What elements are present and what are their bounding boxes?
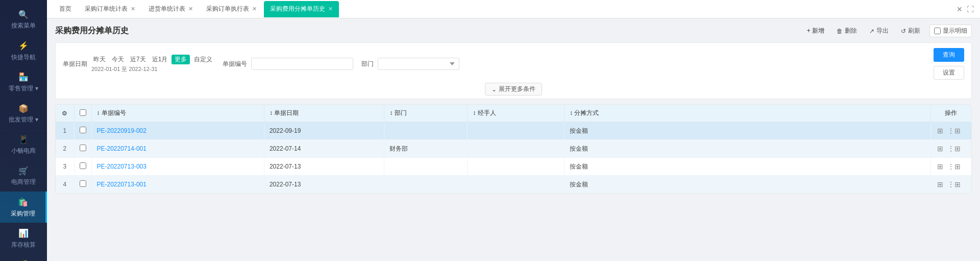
view-icon[interactable]: ⊞ bbox=[936, 179, 944, 189]
cell-doc-date: 2022-09-19 bbox=[264, 122, 384, 140]
sidebar-item-wholesale[interactable]: 📦 批发管理 ▾ bbox=[0, 98, 47, 129]
ecom-icon: 🛒 bbox=[2, 165, 45, 177]
cell-doc-num: PE-20220714-001 bbox=[91, 140, 264, 158]
cell-dept bbox=[384, 122, 468, 140]
cell-check bbox=[74, 140, 91, 158]
cell-doc-num: PE-20220713-001 bbox=[91, 176, 264, 194]
toolbar: + 新增 🗑 删除 ↗ 导出 ↺ 刷新 显示明细 bbox=[804, 25, 972, 37]
more-ops-icon[interactable]: ⋮⊞ bbox=[946, 144, 962, 154]
tab-bar: 首页 采购订单统计表 ✕ 进货单统计表 ✕ 采购订单执行表 ✕ 采购费用分摊单历… bbox=[47, 0, 980, 18]
table-header-row: ⚙ ↕ 单据编号 ↕ 单据日期 ↕ bbox=[56, 105, 971, 122]
cell-dept bbox=[384, 158, 468, 176]
maximize-icon[interactable]: ⛶ bbox=[967, 5, 974, 13]
doc-num-link[interactable]: PE-20220714-001 bbox=[97, 145, 146, 152]
tab-home[interactable]: 首页 bbox=[53, 1, 78, 17]
dept-field: 部门 财务部 bbox=[361, 58, 459, 70]
view-icon[interactable]: ⊞ bbox=[936, 161, 944, 172]
cell-num: 4 bbox=[56, 176, 74, 194]
select-all-checkbox[interactable] bbox=[80, 109, 86, 116]
sidebar-item-retail[interactable]: 🏪 零售管理 ▾ bbox=[0, 66, 47, 98]
cell-check bbox=[74, 158, 91, 176]
tab-purchase-order-exec[interactable]: 采购订单执行表 ✕ bbox=[200, 1, 263, 17]
cell-split-method: 按金额 bbox=[564, 158, 930, 176]
th-doc-date[interactable]: ↕ 单据日期 bbox=[264, 105, 384, 122]
inventory-icon: 📊 bbox=[2, 228, 45, 239]
cell-doc-num: PE-20220919-002 bbox=[91, 122, 264, 140]
close-tab-inbound-stat[interactable]: ✕ bbox=[188, 6, 193, 12]
show-cols-checkbox[interactable] bbox=[934, 28, 941, 34]
show-cols-button[interactable]: 显示明细 bbox=[929, 25, 972, 37]
expand-more-btn[interactable]: ⌄ 展开更多条件 bbox=[485, 83, 542, 96]
th-dept[interactable]: ↕ 部门 bbox=[384, 105, 468, 122]
date-field: 单据日期 昨天 今天 近7天 近1月 更多 自定义 2022-01-01 至 2… bbox=[63, 55, 214, 73]
expand-row: ⌄ 展开更多条件 bbox=[63, 83, 964, 96]
th-split-method[interactable]: ↕ 分摊方式 bbox=[564, 105, 930, 122]
close-tab-purchase-order-exec[interactable]: ✕ bbox=[252, 6, 257, 12]
date-shortcuts-group: 昨天 今天 近7天 近1月 更多 自定义 2022-01-01 至 2022-1… bbox=[91, 55, 214, 73]
date-btn-today[interactable]: 今天 bbox=[110, 55, 126, 64]
doc-num-link[interactable]: PE-20220713-003 bbox=[97, 163, 146, 170]
th-doc-num[interactable]: ↕ 单据编号 bbox=[91, 105, 264, 122]
search-settings-button[interactable]: 设置 bbox=[934, 66, 964, 80]
more-ops-icon[interactable]: ⋮⊞ bbox=[946, 179, 962, 189]
cell-handler bbox=[468, 176, 565, 194]
search-icon: 🔍 bbox=[2, 9, 45, 20]
query-btn-group: 查询 设置 bbox=[934, 48, 964, 80]
sidebar-item-ecom[interactable]: 🛒 电商管理 bbox=[0, 160, 47, 192]
row-checkbox[interactable] bbox=[80, 180, 86, 187]
doc-num-link[interactable]: PE-20220919-002 bbox=[97, 127, 146, 134]
dept-select[interactable]: 财务部 bbox=[378, 58, 459, 70]
tab-purchase-cost-split[interactable]: 采购费用分摊单历史 ✕ bbox=[264, 1, 339, 17]
tab-purchase-order-stat[interactable]: 采购订单统计表 ✕ bbox=[79, 1, 141, 17]
more-ops-icon[interactable]: ⋮⊞ bbox=[946, 161, 962, 172]
search-bar: 单据日期 昨天 今天 近7天 近1月 更多 自定义 2022-01-01 至 2… bbox=[55, 42, 972, 99]
query-button[interactable]: 查询 bbox=[934, 48, 964, 62]
view-icon[interactable]: ⊞ bbox=[936, 144, 944, 154]
date-btn-yesterday[interactable]: 昨天 bbox=[91, 55, 108, 64]
sidebar-item-search[interactable]: 🔍 搜索菜单 bbox=[0, 4, 47, 35]
sidebar: 🔍 搜索菜单 ⚡ 快捷导航 🏪 零售管理 ▾ 📦 批发管理 ▾ 📱 小畅电商 🛒… bbox=[0, 0, 47, 261]
th-ops: 操作 bbox=[930, 105, 971, 122]
sidebar-item-inventory[interactable]: 📊 库存核算 bbox=[0, 223, 47, 254]
doc-num-input[interactable] bbox=[251, 58, 353, 70]
retail-icon: 🏪 bbox=[2, 72, 45, 83]
more-ops-icon[interactable]: ⋮⊞ bbox=[946, 126, 962, 136]
sidebar-item-nav[interactable]: ⚡ 快捷导航 bbox=[0, 35, 47, 66]
th-setting[interactable]: ⚙ bbox=[56, 105, 74, 122]
close-all-tabs-icon[interactable]: ✕ bbox=[957, 5, 963, 13]
sidebar-item-purchase[interactable]: 🛍️ 采购管理 bbox=[0, 192, 47, 223]
new-button[interactable]: + 新增 bbox=[804, 25, 827, 37]
table-body: 1 PE-20220919-002 2022-09-19 按金额 ⊞ ⋮⊞ 2 … bbox=[56, 122, 971, 194]
close-tab-purchase-order-stat[interactable]: ✕ bbox=[131, 6, 135, 12]
cell-ops: ⊞ ⋮⊞ bbox=[930, 122, 971, 140]
date-btn-custom[interactable]: 自定义 bbox=[192, 55, 214, 64]
th-handler[interactable]: ↕ 经手人 bbox=[468, 105, 565, 122]
cell-dept bbox=[384, 176, 468, 194]
expand-icon: ⌄ bbox=[492, 86, 497, 93]
cell-handler bbox=[468, 122, 565, 140]
date-btn-7days[interactable]: 近7天 bbox=[128, 55, 148, 64]
refresh-button[interactable]: ↺ 刷新 bbox=[898, 25, 923, 37]
cell-check bbox=[74, 176, 91, 194]
page-content: 采购费用分摊单历史 + 新增 🗑 删除 ↗ 导出 ↺ 刷新 显示明细 bbox=[47, 18, 980, 261]
cell-doc-date: 2022-07-13 bbox=[264, 176, 384, 194]
close-tab-purchase-cost-split[interactable]: ✕ bbox=[328, 6, 333, 12]
export-button[interactable]: ↗ 导出 bbox=[866, 25, 892, 37]
row-checkbox[interactable] bbox=[80, 145, 86, 151]
row-checkbox[interactable] bbox=[80, 162, 86, 169]
view-icon[interactable]: ⊞ bbox=[936, 126, 944, 136]
cell-ops: ⊞ ⋮⊞ bbox=[930, 176, 971, 194]
data-table: ⚙ ↕ 单据编号 ↕ 单据日期 ↕ bbox=[56, 105, 971, 194]
doc-num-link[interactable]: PE-20220713-001 bbox=[97, 181, 146, 188]
date-btn-1month[interactable]: 近1月 bbox=[150, 55, 170, 64]
main-area: 首页 采购订单统计表 ✕ 进货单统计表 ✕ 采购订单执行表 ✕ 采购费用分摊单历… bbox=[47, 0, 980, 261]
date-shortcut-row: 昨天 今天 近7天 近1月 更多 自定义 bbox=[91, 55, 214, 64]
sidebar-item-mini[interactable]: 📱 小畅电商 bbox=[0, 129, 47, 160]
table-row: 3 PE-20220713-003 2022-07-13 按金额 ⊞ ⋮⊞ bbox=[56, 158, 971, 176]
wholesale-icon: 📦 bbox=[2, 103, 45, 114]
tab-inbound-stat[interactable]: 进货单统计表 ✕ bbox=[142, 1, 199, 17]
date-btn-more[interactable]: 更多 bbox=[172, 55, 190, 64]
delete-button[interactable]: 🗑 删除 bbox=[834, 25, 860, 37]
sidebar-item-finance[interactable]: 💰 资金管理 bbox=[0, 254, 47, 262]
row-checkbox[interactable] bbox=[80, 127, 86, 133]
